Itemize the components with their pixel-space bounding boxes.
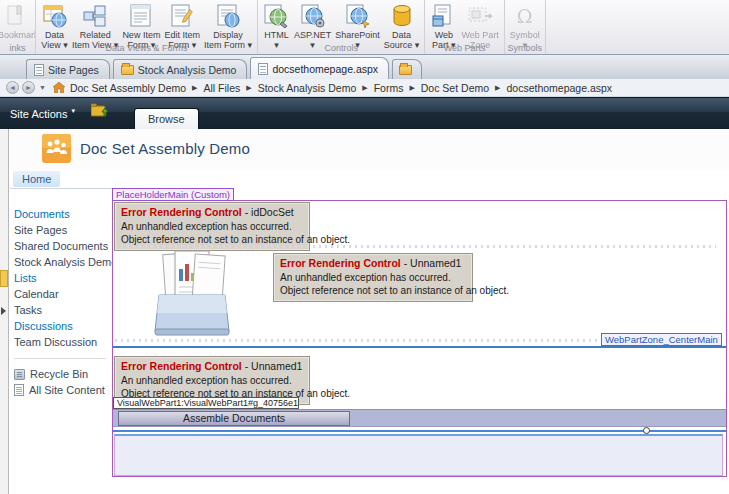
quick-launch-sidebar: Documents Site Pages Shared Documents St…: [10, 190, 110, 494]
ribbon-group-web-parts: Web Part ▾ Web Part Zone Web Parts: [425, 0, 504, 54]
ribbon-group-data-views-forms: Data View ▾ Related Item View ▾ New Item…: [36, 0, 258, 54]
data-view-icon: [41, 3, 68, 29]
web-part-label-1: Web: [435, 30, 453, 40]
edit-item-form-icon: [169, 3, 196, 29]
web-part-zone-icon: [467, 3, 494, 29]
sidebar-header-documents[interactable]: Documents: [14, 206, 110, 222]
bookmark-label: k Bookmark: [0, 30, 36, 40]
html-icon: [263, 3, 290, 29]
file-tab-bar: Site Pages Stock Analysis Demo docsethom…: [0, 55, 729, 79]
ribbon-group-web-parts-label: Web Parts: [425, 43, 503, 53]
site-actions-menu[interactable]: Site Actions ▾: [0, 98, 85, 129]
ribbon-group-controls: HTML ▾ ASP.NET ▾ SharePoint ▾: [258, 0, 425, 54]
zone-divider-line: [113, 430, 726, 432]
sidebar-item-site-pages[interactable]: Site Pages: [14, 222, 110, 238]
html-label-1: HTML: [264, 30, 289, 40]
breadcrumb-separator-icon: ▶: [362, 84, 367, 92]
data-view-label-1: Data: [45, 30, 64, 40]
empty-web-part-zone[interactable]: [114, 434, 723, 476]
error-title: Error Rendering Control - Unnamed1: [280, 257, 466, 269]
ribbon-group-controls-label: Controls: [258, 43, 424, 53]
new-item-form-icon: [128, 3, 155, 29]
sidebar-header-lists[interactable]: Lists: [14, 270, 110, 286]
bookmark-button[interactable]: k Bookmark: [0, 2, 36, 41]
resize-handle[interactable]: [643, 427, 650, 434]
error-rendering-control-iddocset[interactable]: Error Rendering Control - idDocSet An un…: [114, 202, 310, 251]
ribbon-group-data-views-forms-label: Data Views & Forms: [36, 43, 257, 53]
error-line: An unhandled exception has occurred.: [121, 221, 303, 234]
tab-site-pages[interactable]: Site Pages: [26, 59, 110, 79]
aspnet-icon: [299, 3, 326, 29]
breadcrumb-separator-icon: ▶: [495, 84, 500, 92]
sidebar-header-discussions[interactable]: Discussions: [14, 318, 110, 334]
breadcrumb-separator-icon: ▶: [246, 84, 251, 92]
breadcrumb-item-forms[interactable]: Forms: [374, 82, 404, 94]
recycle-bin-label: Recycle Bin: [30, 368, 88, 380]
sidebar-item-stock-analysis-demo[interactable]: Stock Analysis Demo: [14, 254, 110, 270]
document-set-image[interactable]: [149, 247, 235, 341]
design-view-gutter[interactable]: [0, 129, 9, 494]
sidebar-item-recycle-bin[interactable]: Recycle Bin: [14, 366, 110, 382]
sidebar-item-shared-documents[interactable]: Shared Documents: [14, 238, 110, 254]
webpartzone-centermain-label[interactable]: WebPartZone_CenterMain: [601, 333, 722, 346]
error-title: Error Rendering Control - Unnamed1: [121, 360, 303, 372]
sidebar-item-tasks[interactable]: Tasks: [14, 302, 110, 318]
breadcrumb-item-all-files[interactable]: All Files: [203, 82, 240, 94]
ribbon-group-links: k Bookmark inks: [0, 0, 36, 54]
error-rendering-control-unnamed1[interactable]: Error Rendering Control - Unnamed1 An un…: [273, 253, 473, 302]
bookmark-icon: [1, 3, 28, 29]
breadcrumb-item-doc-set-demo[interactable]: Doc Set Demo: [421, 82, 489, 94]
navigate-up-icon[interactable]: [91, 103, 108, 121]
visual-web-part-tag[interactable]: VisualWebPart1:VisualWebPart1#g_40756e11…: [113, 397, 299, 409]
site-actions-label: Site Actions: [10, 108, 67, 120]
error-title: Error Rendering Control - idDocSet: [121, 206, 303, 218]
web-part-content-bar: Assemble Documents: [113, 409, 726, 427]
tab-stock-analysis-demo-label: Stock Analysis Demo: [138, 64, 237, 76]
ribbon: k Bookmark inks Data View ▾ Related Item…: [0, 0, 729, 55]
tab-new-stub[interactable]: [392, 59, 422, 79]
breadcrumb-item-docsethomepage[interactable]: docsethomepage.aspx: [506, 82, 612, 94]
sidebar-item-all-site-content[interactable]: All Site Content: [14, 382, 110, 398]
site-actions-caret-icon: ▾: [71, 107, 75, 115]
top-nav: Home: [10, 170, 729, 189]
sidebar-item-calendar[interactable]: Calendar: [14, 286, 110, 302]
breadcrumb-separator-icon: ▶: [192, 84, 197, 92]
edit-item-form-label-1: Edit Item: [164, 30, 200, 40]
error-line: An unhandled exception has occurred.: [121, 375, 303, 388]
symbol-omega-icon: Ω: [511, 3, 538, 29]
history-dropdown-icon[interactable]: ▼: [39, 84, 46, 91]
breadcrumb-item-stock-analysis-demo[interactable]: Stock Analysis Demo: [258, 82, 357, 94]
back-icon[interactable]: ◄: [6, 81, 19, 94]
nav-tab-home[interactable]: Home: [13, 171, 60, 187]
data-source-label-1: Data: [392, 30, 411, 40]
site-actions-bar: Site Actions ▾ Browse: [0, 97, 729, 129]
site-header: Doc Set Assembly Demo: [0, 129, 729, 170]
page-icon: [34, 64, 44, 76]
placeholder-main-region[interactable]: Error Rendering Control - idDocSet An un…: [112, 200, 727, 477]
related-item-view-icon: [82, 3, 109, 29]
placeholder-main-label[interactable]: PlaceHolderMain (Custom): [112, 188, 234, 201]
folder-icon: [399, 65, 412, 75]
webpartzone-top-border: [113, 346, 726, 348]
ribbon-group-symbols-label: Symbols: [505, 43, 545, 53]
ribbon-group-links-label: inks: [0, 43, 35, 53]
assemble-documents-button[interactable]: Assemble Documents: [118, 411, 350, 426]
data-source-icon: [388, 3, 415, 29]
aspnet-label-1: ASP.NET: [294, 30, 331, 40]
all-site-content-icon: [14, 384, 24, 396]
home-icon[interactable]: [53, 82, 65, 93]
page-title: Doc Set Assembly Demo: [80, 140, 250, 157]
breadcrumb-separator-icon: ▶: [409, 84, 414, 92]
tab-docsethomepage-label: docsethomepage.aspx: [272, 63, 378, 75]
tab-browse[interactable]: Browse: [134, 108, 199, 129]
breadcrumb-item-site[interactable]: Doc Set Assembly Demo: [70, 82, 186, 94]
sidebar-item-team-discussion[interactable]: Team Discussion: [14, 334, 110, 350]
symbol-label-1: Symbol: [510, 30, 540, 40]
tab-stock-analysis-demo[interactable]: Stock Analysis Demo: [113, 59, 248, 79]
display-item-form-icon: [214, 3, 241, 29]
page-icon: [258, 63, 268, 75]
tab-docsethomepage[interactable]: docsethomepage.aspx: [250, 57, 389, 79]
forward-icon[interactable]: ►: [22, 81, 35, 94]
site-logo-icon[interactable]: [42, 134, 71, 167]
sharepoint-icon: [344, 3, 371, 29]
